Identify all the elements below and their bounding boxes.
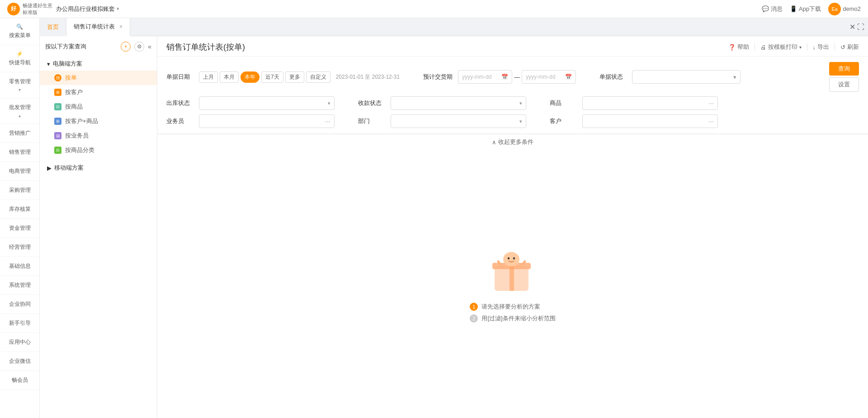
message-icon: 💬 bbox=[762, 5, 769, 12]
sidebar-item-basic-info[interactable]: 基础信息 bbox=[0, 257, 39, 276]
svg-rect-2 bbox=[509, 263, 514, 291]
department-select[interactable]: ▾ bbox=[391, 114, 526, 128]
template-print-button[interactable]: 🖨 按模板打印 ▾ bbox=[760, 43, 802, 51]
page-title-bar: 销售订单统计表(按单) ❓ 帮助 🖨 按模板打印 ▾ bbox=[157, 36, 868, 57]
expected-delivery-end[interactable]: yyyy-mm-dd 📅 bbox=[522, 70, 576, 84]
add-scheme-button[interactable]: + bbox=[121, 42, 131, 52]
sidebar-item-ecommerce[interactable]: 电商管理 bbox=[0, 162, 39, 181]
sidebar-item-sales[interactable]: 销售管理 bbox=[0, 143, 39, 162]
help-button[interactable]: ❓ 帮助 bbox=[728, 43, 749, 51]
scheme-item-按商品[interactable]: ⊟ 按商品 bbox=[40, 100, 157, 114]
expected-delivery-date-group: yyyy-mm-dd 📅 — yyyy-mm-dd 📅 bbox=[458, 70, 576, 84]
sidebar-item-system[interactable]: 系统管理 bbox=[0, 276, 39, 295]
export-button[interactable]: ↓ 导出 bbox=[813, 43, 830, 51]
date-btn-this-month[interactable]: 本月 bbox=[220, 71, 239, 83]
quick-nav-icon: ⚡ bbox=[16, 51, 23, 57]
scheme-item-按客户商品[interactable]: ⊞ 按客户+商品 bbox=[40, 114, 157, 128]
refresh-button[interactable]: ↺ 刷新 bbox=[840, 43, 859, 51]
right-main: 销售订单统计表(按单) ❓ 帮助 🖨 按模板打印 ▾ bbox=[157, 36, 868, 418]
scheme-item-按客户[interactable]: ⊞ 按客户 bbox=[40, 85, 157, 100]
collapse-row: ∧ 收起更多条件 bbox=[157, 134, 868, 150]
sidebar-item-collaboration[interactable]: 企业协同 bbox=[0, 295, 39, 314]
date-btn-more[interactable]: 更多 bbox=[285, 71, 304, 83]
tab-close-icon[interactable]: × bbox=[119, 24, 123, 30]
expected-delivery-label: 预计交货期 bbox=[423, 73, 453, 81]
sidebar-item-quick-nav[interactable]: ⚡ 快捷导航 bbox=[0, 45, 39, 72]
left-panel-title: 按以下方案查询 bbox=[45, 43, 86, 51]
settings-button[interactable]: 设置 bbox=[829, 77, 859, 92]
scheme-settings-button[interactable]: ⚙ bbox=[134, 42, 144, 52]
scheme-icon-按商品: ⊟ bbox=[54, 103, 61, 110]
left-panel-header: 按以下方案查询 + ⚙ « bbox=[40, 36, 157, 55]
message-action[interactable]: 💬 消息 bbox=[762, 5, 783, 13]
scheme-item-按商品分类[interactable]: ⊟ 按商品分类 bbox=[40, 143, 157, 157]
bill-status-caret-icon: ▾ bbox=[733, 74, 736, 81]
sidebar: 🔍 搜索菜单 ⚡ 快捷导航 零售管理 ▾ 批发管理 ▴ 营销推广 销售管理 电商… bbox=[0, 18, 40, 418]
date-filter-buttons: 上月 本月 本年 近7天 更多 自定义 bbox=[199, 71, 330, 83]
sidebar-item-operation[interactable]: 经营管理 bbox=[0, 238, 39, 257]
logo-text: 畅捷通好生意 标准版 bbox=[23, 2, 52, 15]
app-download-action[interactable]: 📱 App下载 bbox=[790, 5, 821, 13]
salesperson-select[interactable]: ··· bbox=[199, 114, 335, 128]
user-profile[interactable]: Ea demo2 bbox=[828, 3, 861, 15]
customer-more-icon[interactable]: ··· bbox=[708, 118, 714, 125]
date-btn-this-year[interactable]: 本年 bbox=[241, 71, 259, 83]
date-range-text: 2023-01-01 至 2023-12-31 bbox=[336, 73, 400, 81]
pc-section: ▾ 电脑端方案 按 按单 ⊞ 按客户 ⊟ bbox=[40, 55, 157, 159]
salesperson-more-icon[interactable]: ··· bbox=[325, 118, 330, 125]
sidebar-item-finance[interactable]: 资金管理 bbox=[0, 219, 39, 238]
sidebar-item-inventory[interactable]: 库存核算 bbox=[0, 200, 39, 219]
sidebar-item-marketing[interactable]: 营销推广 bbox=[0, 124, 39, 143]
export-icon: ↓ bbox=[813, 44, 816, 51]
page-actions: ❓ 帮助 🖨 按模板打印 ▾ ↓ 导出 bbox=[728, 43, 859, 51]
left-panel-actions: + ⚙ « bbox=[121, 42, 151, 52]
sidebar-item-app-center[interactable]: 应用中心 bbox=[0, 333, 39, 352]
svg-point-4 bbox=[508, 257, 509, 259]
sidebar-item-wholesale[interactable]: 批发管理 ▴ bbox=[0, 98, 39, 124]
bill-status-select[interactable]: ▾ bbox=[632, 70, 741, 84]
search-menu-icon: 🔍 bbox=[16, 24, 23, 30]
sidebar-item-membership[interactable]: 畅会员 bbox=[0, 371, 39, 390]
sidebar-item-wechat[interactable]: 企业微信 bbox=[0, 352, 39, 371]
topbar-title[interactable]: 办公用品行业模拟账套 ▾ bbox=[56, 5, 119, 13]
scheme-item-按业务员[interactable]: ▤ 按业务员 bbox=[40, 128, 157, 143]
print-icon: 🖨 bbox=[760, 44, 766, 51]
expected-delivery-start[interactable]: yyyy-mm-dd 📅 bbox=[458, 70, 512, 84]
step-2-number: 2 bbox=[470, 314, 478, 323]
date-btn-last-month[interactable]: 上月 bbox=[199, 71, 218, 83]
sidebar-item-guide[interactable]: 新手引导 bbox=[0, 314, 39, 333]
empty-illustration bbox=[486, 246, 540, 295]
mobile-section-parent[interactable]: ▶ 移动端方案 bbox=[40, 161, 157, 175]
goods-more-icon[interactable]: ··· bbox=[708, 100, 714, 107]
sidebar-item-search-menu[interactable]: 🔍 搜索菜单 bbox=[0, 18, 39, 45]
svg-point-3 bbox=[503, 252, 519, 266]
shipping-status-label: 出库状态 bbox=[166, 99, 193, 107]
tab-sales-order-stats[interactable]: 销售订单统计表 × bbox=[66, 18, 130, 36]
customer-select[interactable]: ··· bbox=[582, 114, 718, 128]
sidebar-item-retail[interactable]: 零售管理 ▾ bbox=[0, 72, 39, 98]
shipping-status-select[interactable]: ▾ bbox=[199, 96, 335, 110]
mobile-section: ▶ 移动端方案 bbox=[40, 159, 157, 176]
collapse-conditions-button[interactable]: ∧ 收起更多条件 bbox=[492, 138, 533, 146]
actions-divider bbox=[755, 43, 755, 51]
goods-select[interactable]: ··· bbox=[582, 96, 718, 110]
left-panel-collapse-button[interactable]: « bbox=[148, 43, 151, 50]
actions-divider2 bbox=[807, 43, 807, 51]
tab-bar-close-icon[interactable]: ✕ bbox=[849, 23, 855, 31]
query-button[interactable]: 查询 bbox=[829, 62, 859, 76]
date-btn-custom[interactable]: 自定义 bbox=[306, 71, 330, 83]
customer-label: 客户 bbox=[550, 117, 577, 125]
date-btn-last-7-days[interactable]: 近7天 bbox=[261, 71, 283, 83]
scheme-icon-按商品分类: ⊟ bbox=[54, 147, 61, 154]
filter-row-2: 出库状态 ▾ 收款状态 ▾ 商品 ··· bbox=[166, 96, 859, 110]
tab-bar-expand-icon[interactable]: ⛶ bbox=[857, 23, 864, 31]
tab-home[interactable]: 首页 bbox=[40, 18, 66, 36]
pc-section-parent[interactable]: ▾ 电脑端方案 bbox=[40, 57, 157, 71]
content-area: 首页 销售订单统计表 × ✕ ⛶ 按以下方案查询 + ⚙ bbox=[40, 18, 868, 418]
filter-row-1: 单据日期 上月 本月 本年 近7天 更多 自定义 2023-01-01 至 20… bbox=[166, 62, 859, 92]
payment-status-select[interactable]: ▾ bbox=[391, 96, 526, 110]
payment-status-label: 收款状态 bbox=[358, 99, 385, 107]
scheme-item-按单[interactable]: 按 按单 bbox=[40, 71, 157, 85]
sidebar-item-purchase[interactable]: 采购管理 bbox=[0, 181, 39, 200]
topbar-right: 💬 消息 📱 App下载 Ea demo2 bbox=[762, 3, 861, 15]
